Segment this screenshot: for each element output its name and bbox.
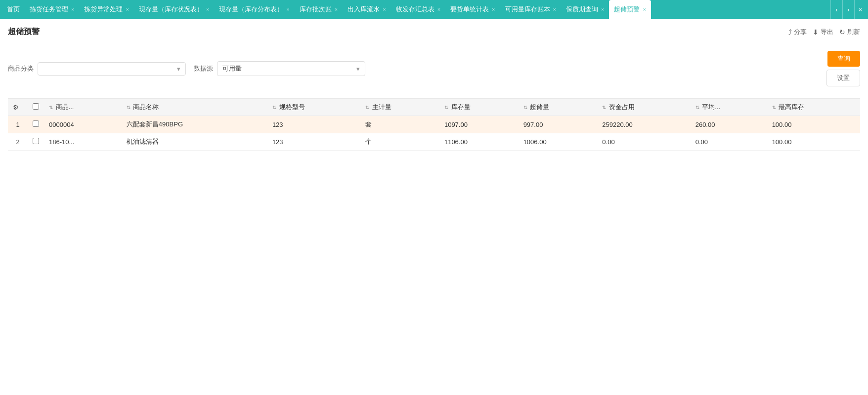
data-table: ⚙ ⇅ 商品... ⇅ 商品名称 ⇅ 规格型号 ⇅ — [8, 98, 860, 151]
row-num: 2 — [8, 133, 28, 151]
nav-exception[interactable]: 拣货异常处理 × — [79, 0, 133, 19]
table-header-row: ⚙ ⇅ 商品... ⇅ 商品名称 ⇅ 规格型号 ⇅ — [8, 99, 860, 116]
table-row: 2 186-10... 机油滤清器 123 个 1106.00 1006.00 … — [8, 133, 860, 151]
row-checkbox-cell — [28, 133, 44, 151]
datasource-label: 数据源 — [194, 64, 213, 73]
sort-icon: ⇅ — [49, 105, 53, 110]
query-button[interactable]: 查询 — [827, 51, 860, 67]
close-icon[interactable]: × — [206, 6, 209, 12]
nav-home[interactable]: 首页 — [2, 0, 25, 19]
sort-icon: ⇅ — [772, 105, 776, 110]
select-all-checkbox[interactable] — [33, 103, 39, 110]
refresh-button[interactable]: ↻ 刷新 — [839, 28, 860, 37]
th-checkbox — [28, 99, 44, 116]
th-unit[interactable]: ⇅ 主计量 — [360, 99, 439, 116]
th-capital[interactable]: ⇅ 资金占用 — [597, 99, 690, 116]
close-icon[interactable]: × — [437, 6, 440, 12]
close-icon[interactable]: × — [601, 6, 604, 12]
row-num: 1 — [8, 116, 28, 133]
row-checkbox-cell — [28, 116, 44, 133]
sort-icon: ⇅ — [602, 105, 606, 110]
sort-icon: ⇅ — [127, 105, 130, 110]
export-button[interactable]: ⬇ 导出 — [813, 28, 833, 37]
chevron-down-icon: ▾ — [177, 65, 180, 73]
row-name: 机油滤清器 — [122, 133, 267, 151]
close-icon[interactable]: × — [335, 6, 338, 12]
nav-next-arrow[interactable]: › — [842, 0, 854, 19]
row-code: 0000004 — [44, 116, 122, 133]
row-avg: 0.00 — [691, 133, 767, 151]
share-icon: ⤴ — [788, 28, 792, 36]
th-overstock[interactable]: ⇅ 超储量 — [519, 99, 598, 116]
close-icon[interactable]: × — [383, 6, 386, 12]
th-avg[interactable]: ⇅ 平均... — [691, 99, 767, 116]
row-maxstock: 100.00 — [767, 116, 860, 133]
category-label: 商品分类 — [8, 64, 34, 73]
th-maxstock[interactable]: ⇅ 最高库存 — [767, 99, 860, 116]
nav-order-stat[interactable]: 要货单统计表 × — [445, 0, 500, 19]
th-code[interactable]: ⇅ 商品... — [44, 99, 122, 116]
row-spec: 123 — [267, 116, 360, 133]
sort-icon: ⇅ — [523, 105, 527, 110]
close-icon[interactable]: × — [553, 6, 556, 12]
close-icon[interactable]: × — [492, 6, 495, 12]
datasource-select[interactable]: 可用量 ▾ — [217, 61, 365, 76]
page-title: 超储预警 — [8, 27, 40, 37]
datasource-value: 可用量 — [222, 64, 242, 73]
nav-stock-dist[interactable]: 现存量（库存分布表） × — [214, 0, 294, 19]
settings-button[interactable]: 设置 — [826, 70, 860, 86]
close-icon[interactable]: × — [71, 6, 74, 12]
nav-collect[interactable]: 收发存汇总表 × — [391, 0, 445, 19]
datasource-filter-group: 数据源 可用量 ▾ — [194, 61, 365, 76]
row-checkbox[interactable] — [33, 120, 39, 127]
sort-icon: ⇅ — [272, 105, 276, 110]
row-avg: 260.00 — [691, 116, 767, 133]
gear-icon[interactable]: ⚙ — [13, 104, 19, 111]
row-unit: 个 — [360, 133, 439, 151]
table-row: 1 0000004 六配套新昌490BPG 123 套 1097.00 997.… — [8, 116, 860, 133]
nav-close-arrow[interactable]: × — [854, 0, 866, 19]
row-checkbox[interactable] — [33, 138, 39, 144]
row-stock: 1106.00 — [439, 133, 519, 151]
category-select[interactable]: ▾ — [38, 62, 186, 76]
nav-expiry[interactable]: 保质期查询 × — [561, 0, 609, 19]
category-filter-group: 商品分类 ▾ — [8, 62, 186, 76]
sort-icon: ⇅ — [365, 105, 369, 110]
header-actions: ⤴ 分享 ⬇ 导出 ↻ 刷新 — [788, 28, 860, 37]
row-spec: 123 — [267, 133, 360, 151]
th-stock[interactable]: ⇅ 库存量 — [439, 99, 519, 116]
row-stock: 1097.00 — [439, 116, 519, 133]
nav-batch[interactable]: 库存批次账 × — [295, 0, 343, 19]
top-nav: 首页 拣货任务管理 × 拣货异常处理 × 现存量（库存状况表） × 现存量（库存… — [0, 0, 868, 19]
export-icon: ⬇ — [813, 28, 819, 36]
chevron-down-icon: ▾ — [356, 65, 360, 73]
th-name[interactable]: ⇅ 商品名称 — [122, 99, 267, 116]
sort-icon: ⇅ — [695, 105, 699, 110]
nav-prev-arrow[interactable]: ‹ — [830, 0, 842, 19]
sort-icon: ⇅ — [444, 105, 448, 110]
row-capital: 259220.00 — [597, 116, 690, 133]
nav-task-mgmt[interactable]: 拣货任务管理 × — [25, 0, 79, 19]
row-maxstock: 100.00 — [767, 133, 860, 151]
close-icon[interactable]: × — [286, 6, 289, 12]
row-unit: 套 — [360, 116, 439, 133]
refresh-icon: ↻ — [839, 28, 845, 36]
row-code: 186-10... — [44, 133, 122, 151]
row-overstock: 997.00 — [519, 116, 598, 133]
share-button[interactable]: ⤴ 分享 — [788, 28, 807, 37]
nav-arrows: ‹ › × — [830, 0, 866, 19]
nav-available-stock[interactable]: 可用量库存账本 × — [500, 0, 561, 19]
page-header: 超储预警 ⤴ 分享 ⬇ 导出 ↻ 刷新 — [8, 27, 860, 37]
row-capital: 0.00 — [597, 133, 690, 151]
nav-overstock[interactable]: 超储预警 × — [609, 0, 651, 19]
th-spec[interactable]: ⇅ 规格型号 — [267, 99, 360, 116]
row-overstock: 1006.00 — [519, 133, 598, 151]
nav-inout-flow[interactable]: 出入库流水 × — [343, 0, 391, 19]
filter-bar: 商品分类 ▾ 数据源 可用量 ▾ 查询 设置 — [8, 45, 860, 92]
th-settings: ⚙ — [8, 99, 28, 116]
nav-stock-status[interactable]: 现存量（库存状况表） × — [134, 0, 214, 19]
close-icon[interactable]: × — [126, 6, 129, 12]
close-icon[interactable]: × — [643, 6, 646, 12]
filter-actions: 查询 设置 — [826, 51, 860, 86]
page-container: 超储预警 ⤴ 分享 ⬇ 导出 ↻ 刷新 商品分类 ▾ 数据源 — [0, 19, 868, 395]
